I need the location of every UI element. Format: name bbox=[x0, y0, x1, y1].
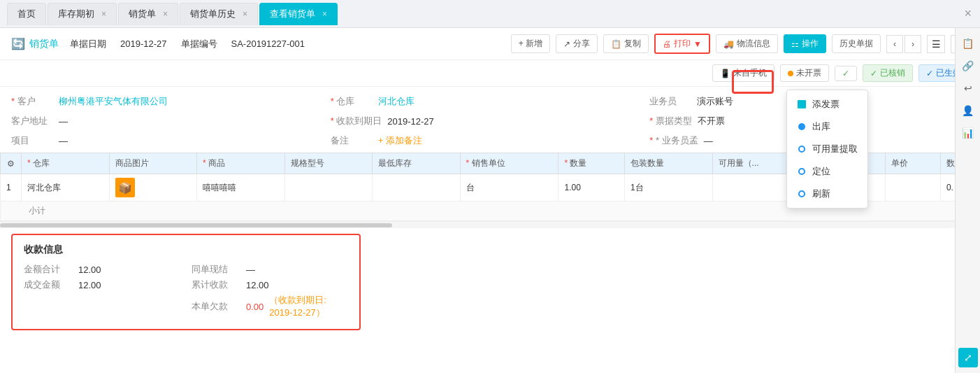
operations-button[interactable]: ⚏ 操作 bbox=[784, 34, 826, 53]
cell-package: 1台 bbox=[625, 174, 713, 202]
number-label: 单据编号 bbox=[181, 38, 217, 50]
tab-check-sales-close[interactable]: × bbox=[322, 9, 327, 19]
share-button[interactable]: ↗ 分享 bbox=[556, 34, 598, 53]
tab-home[interactable]: 首页 bbox=[7, 3, 46, 25]
col-spec: 规格型号 bbox=[284, 153, 373, 174]
sold-out-button[interactable]: ✓ 已核销 bbox=[863, 64, 913, 82]
right-sidebar: 📋 🔗 ↩ 👤 📊 ⤢ bbox=[955, 28, 980, 373]
sidebar-icon-2[interactable]: 🔗 bbox=[958, 56, 978, 76]
transaction-value: 12.00 bbox=[78, 280, 101, 290]
number-value: SA-20191227-001 bbox=[231, 38, 305, 49]
sidebar-icon-4[interactable]: 👤 bbox=[958, 101, 978, 120]
project-label: 项目 bbox=[11, 134, 53, 147]
refresh-label: 刷新 bbox=[812, 188, 830, 200]
ticket-type-label: 票据类型 bbox=[649, 115, 692, 127]
check-button[interactable]: ✓ bbox=[835, 66, 857, 81]
col-unit: 销售单位 bbox=[460, 153, 559, 174]
date-value: 2019-12-27 bbox=[120, 38, 167, 49]
due-date-note: （收款到期日: 2019-12-27） bbox=[269, 294, 348, 319]
warehouse-value[interactable]: 河北仓库 bbox=[378, 95, 415, 108]
outbound-item[interactable]: 出库 bbox=[787, 115, 867, 138]
due-date-label: 收款到期日 bbox=[331, 115, 382, 127]
orange-dot bbox=[788, 71, 793, 76]
available-pickup-label: 可用量提取 bbox=[812, 143, 858, 155]
project-field: 项目 — bbox=[11, 133, 331, 148]
refresh-icon bbox=[797, 189, 807, 199]
customer-label: 客户 bbox=[11, 95, 53, 108]
address-field: 客户地址 — bbox=[11, 113, 331, 129]
scrollbar-area bbox=[0, 221, 980, 228]
accumulated-row: 累计收款 12.00 bbox=[192, 277, 348, 293]
address-label: 客户地址 bbox=[11, 115, 53, 127]
tab-sales-label: 销货单 bbox=[129, 8, 156, 20]
check-circle-icon: ✓ bbox=[870, 69, 877, 78]
payment-col-right: 同单现结 — 累计收款 12.00 本单欠款 0.00 （收款到期日: 2019… bbox=[192, 262, 348, 321]
print-button[interactable]: 🖨 打印 ▼ bbox=[654, 34, 710, 54]
outstanding-label: 本单欠款 bbox=[192, 300, 240, 313]
tab-inventory[interactable]: 库存期初 × bbox=[48, 3, 117, 25]
copy-button[interactable]: 📋 复制 bbox=[603, 34, 649, 53]
salesperson-value: 演示账号 bbox=[697, 95, 733, 108]
tab-inventory-close[interactable]: × bbox=[101, 9, 106, 19]
customer-value[interactable]: 柳州粤港平安气体有限公司 bbox=[59, 95, 168, 108]
grid-icon: ⚏ bbox=[791, 39, 799, 49]
doc-actions: + 新增 ↗ 分享 📋 复制 🖨 打印 ▼ 🚚 物流信息 bbox=[511, 34, 969, 54]
amount-total-row: 金额合计 12.00 bbox=[24, 262, 180, 277]
outstanding-value: 0.00 bbox=[246, 302, 264, 312]
tab-sales-history-close[interactable]: × bbox=[243, 9, 247, 19]
salesperson2-value: — bbox=[704, 136, 713, 146]
print-dropdown-arrow: ▼ bbox=[693, 39, 702, 49]
cell-product: 嘻嘻嘻嘻 bbox=[197, 174, 285, 202]
list-view-button[interactable]: ☰ bbox=[927, 35, 945, 53]
due-date-value: 2019-12-27 bbox=[387, 116, 434, 127]
not-open-button[interactable]: 未开票 bbox=[780, 64, 829, 82]
tab-sales-close[interactable]: × bbox=[163, 9, 168, 19]
refresh-item[interactable]: 刷新 bbox=[787, 183, 867, 205]
col-package: 包装数量 bbox=[625, 153, 713, 174]
tab-check-sales[interactable]: 查看销货单 × bbox=[259, 3, 338, 25]
due-date-field: 收款到期日 2019-12-27 bbox=[331, 113, 650, 129]
scrollbar-thumb[interactable] bbox=[0, 223, 392, 227]
salesperson-label: 业务员 bbox=[649, 95, 691, 108]
transaction-label: 成交金额 bbox=[24, 279, 73, 291]
locate-label: 定位 bbox=[812, 165, 830, 178]
tab-sales[interactable]: 销货单 × bbox=[118, 3, 178, 25]
col-price: 单价 bbox=[885, 153, 940, 174]
cell-unit: 台 bbox=[460, 174, 559, 202]
col-image: 商品图片 bbox=[109, 153, 197, 174]
warehouse-label: 仓库 bbox=[331, 95, 373, 108]
window-close-button[interactable]: × bbox=[964, 6, 972, 21]
locate-icon bbox=[797, 167, 807, 176]
check-icon: ✓ bbox=[842, 69, 849, 78]
sidebar-icon-5[interactable]: 📊 bbox=[958, 123, 978, 143]
customer-field: 客户 柳州粤港平安气体有限公司 bbox=[11, 94, 331, 109]
locate-item[interactable]: 定位 bbox=[787, 160, 867, 183]
payment-col-left: 金额合计 12.00 成交金额 12.00 bbox=[24, 262, 180, 321]
nav-arrows: ‹ › bbox=[886, 35, 921, 53]
from-phone-button[interactable]: 📱 来自手机 bbox=[712, 64, 774, 82]
history-button[interactable]: 历史单据 bbox=[832, 34, 881, 53]
col-settings[interactable]: ⚙ bbox=[1, 153, 22, 174]
tab-inventory-label: 库存期初 bbox=[58, 8, 94, 20]
add-invoice-label: 添发票 bbox=[812, 98, 840, 111]
payment-title: 收款信息 bbox=[24, 244, 348, 256]
sidebar-icon-1[interactable]: 📋 bbox=[958, 34, 978, 53]
payment-info-box: 收款信息 金额合计 12.00 成交金额 12.00 同单现结 — bbox=[11, 234, 361, 330]
operations-dropdown: 添发票 出库 可用量提取 定位 bbox=[786, 90, 868, 209]
accumulated-value: 12.00 bbox=[246, 280, 269, 290]
next-button[interactable]: › bbox=[905, 35, 921, 53]
amount-total-value: 12.00 bbox=[78, 265, 101, 275]
tab-sales-history[interactable]: 销货单历史 × bbox=[180, 3, 258, 25]
sales-order-icon: 🔄 bbox=[11, 37, 25, 50]
prev-button[interactable]: ‹ bbox=[886, 35, 903, 53]
address-value: — bbox=[59, 116, 68, 127]
add-invoice-item[interactable]: 添发票 bbox=[787, 93, 867, 115]
new-button[interactable]: + 新增 bbox=[511, 34, 550, 53]
expand-icon[interactable]: ⤢ bbox=[958, 348, 978, 367]
tab-home-label: 首页 bbox=[17, 8, 36, 20]
add-note-button[interactable]: + 添加备注 bbox=[378, 134, 422, 147]
logistics-button[interactable]: 🚚 物流信息 bbox=[716, 34, 778, 53]
phone-icon: 📱 bbox=[720, 69, 730, 78]
available-pickup-item[interactable]: 可用量提取 bbox=[787, 138, 867, 160]
sidebar-icon-3[interactable]: ↩ bbox=[958, 78, 978, 98]
